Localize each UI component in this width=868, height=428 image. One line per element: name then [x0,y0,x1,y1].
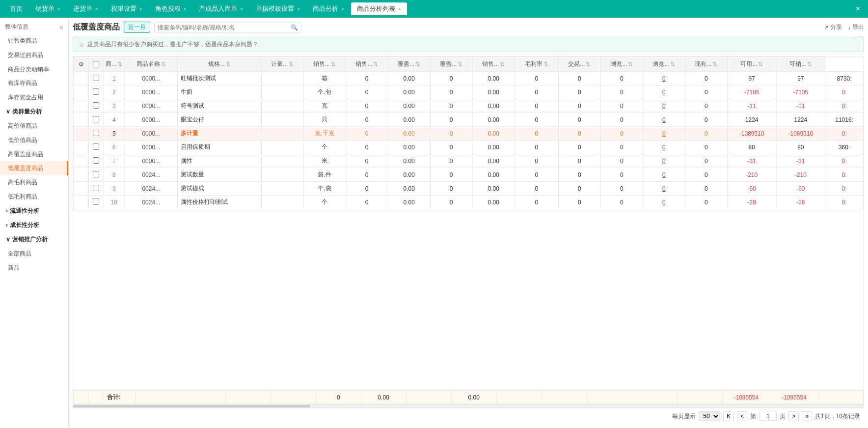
nav-templates-close[interactable]: × [297,6,300,12]
row-name[interactable]: 多计量 [178,127,261,141]
nav-purchase-close[interactable]: × [95,6,98,12]
row-name[interactable]: 旺铺批次测试 [178,72,261,86]
sidebar-collapse-btn[interactable]: « [59,23,63,31]
sidebar-item-low-coverage[interactable]: 低覆盖度商品 [0,161,68,175]
search-icon[interactable]: 🔍 [291,24,298,31]
sidebar-item-high-margin[interactable]: 高毛利商品 [0,175,68,190]
sidebar-item-sales-products[interactable]: 销售类商品 [0,34,68,48]
sidebar-group-coverage[interactable]: ∨ 类群量分析 [0,105,68,119]
nav-analysis-close[interactable]: × [341,6,344,12]
sidebar-item-high-coverage[interactable]: 高覆盖度商品 [0,147,68,162]
row-checkbox[interactable] [89,154,104,168]
nav-permissions[interactable]: 权限设置 × [105,2,148,15]
col-code[interactable]: 商...⇅ [104,57,125,72]
col-sales-qty[interactable]: 销售...⇅ [303,57,346,72]
row-browse1[interactable]: 0 [643,154,685,168]
nav-templates[interactable]: 单据模板设置 × [250,2,306,15]
next-page-btn[interactable]: > [788,411,799,421]
row-name[interactable]: 属性 [178,154,261,168]
first-page-btn[interactable]: K [723,411,734,421]
col-available[interactable]: 可用...⇅ [727,57,776,72]
col-transaction[interactable]: 交易...⇅ [558,57,600,72]
row-select-checkbox[interactable] [93,143,99,150]
nav-purchase[interactable]: 进货单 × [67,2,104,15]
page-input[interactable] [759,412,777,421]
row-checkbox[interactable] [89,99,104,113]
row-select-checkbox[interactable] [93,102,99,109]
window-close-btn[interactable]: × [852,2,864,15]
row-select-checkbox[interactable] [93,199,99,205]
row-browse1[interactable]: 0 [643,86,685,99]
row-browse1[interactable]: 0 [643,72,685,86]
col-settings[interactable]: ⚙ [74,57,89,72]
export-btn[interactable]: ↓ 导出 [848,23,864,31]
nav-analysis-list[interactable]: 商品分析列表 × [351,2,407,15]
nav-sales-close[interactable]: × [57,6,60,12]
col-unit[interactable]: 计量...⇅ [261,57,303,72]
sidebar-item-low-value[interactable]: 低价值商品 [0,133,68,147]
row-browse1[interactable]: 0 [643,127,685,141]
row-checkbox[interactable] [89,86,104,99]
row-name[interactable]: 测试提成 [178,182,261,196]
row-checkbox[interactable] [89,182,104,196]
prev-page-btn[interactable]: < [737,411,747,421]
nav-home[interactable]: 首页 [4,2,28,15]
row-checkbox[interactable] [89,72,104,86]
sidebar-item-stocked[interactable]: 有库存商品 [0,76,68,90]
row-select-checkbox[interactable] [93,88,99,95]
col-current[interactable]: 现有...⇅ [685,57,727,72]
sidebar-item-category-rate[interactable]: 商品分类动销率 [0,62,68,77]
sidebar-item-new-products[interactable]: 新品 [0,261,68,275]
row-select-checkbox[interactable] [93,130,99,136]
col-margin[interactable]: 毛利率⇅ [515,57,558,72]
sidebar-item-all-products[interactable]: 全部商品 [0,247,68,261]
table-container[interactable]: ⚙ 商...⇅ 商品名称⇅ 规格...⇅ 计量...⇅ 销售...⇅ 销售...… [73,56,864,390]
nav-roles[interactable]: 角色授权 × [149,2,192,15]
row-checkbox[interactable] [89,127,104,141]
nav-analysis[interactable]: 商品分析 × [307,2,350,15]
row-browse1[interactable]: 0 [643,141,685,154]
last-page-btn[interactable]: » [802,411,812,421]
row-select-checkbox[interactable] [93,75,99,81]
sidebar-item-traded[interactable]: 交易过的商品 [0,48,68,62]
sidebar-group-growth[interactable]: › 成长性分析 [0,218,68,232]
sidebar-header[interactable]: 整体信息 « [0,20,68,34]
col-browse2[interactable]: 浏览...⇅ [643,57,685,72]
col-name[interactable]: 商品名称⇅ [125,57,178,72]
row-select-checkbox[interactable] [93,185,99,191]
row-name[interactable]: 启用保质期 [178,141,261,154]
nav-products[interactable]: 产成品入库单 × [193,2,249,15]
search-input[interactable] [158,24,291,31]
row-browse1[interactable]: 0 [643,99,685,113]
row-browse1[interactable]: 0 [643,182,685,196]
select-all-checkbox[interactable] [93,61,99,67]
row-checkbox[interactable] [89,141,104,154]
row-checkbox[interactable] [89,168,104,182]
row-select-checkbox[interactable] [93,171,99,177]
nav-products-close[interactable]: × [240,6,243,12]
row-select-checkbox[interactable] [93,157,99,164]
row-name[interactable]: 测试数量 [178,168,261,182]
col-browse1[interactable]: 浏览...⇅ [600,57,643,72]
col-cov2[interactable]: 覆盖...⇅ [430,57,472,72]
period-btn[interactable]: 近一月 [124,22,150,33]
sidebar-group-flow[interactable]: › 流通性分析 [0,204,68,218]
nav-permissions-close[interactable]: × [139,6,142,12]
row-name[interactable]: 眼宝公仔 [178,113,261,127]
col-checkbox[interactable] [89,57,104,72]
per-page-select[interactable]: 50 [699,411,720,421]
col-sales-amt[interactable]: 销售...⇅ [346,57,388,72]
row-select-checkbox[interactable] [93,116,99,122]
nav-analysis-list-close[interactable]: × [398,6,401,12]
row-browse1[interactable]: 0 [643,196,685,209]
share-btn[interactable]: ↗ 分享 [824,23,842,31]
sidebar-item-inventory-fund[interactable]: 库存资金占用 [0,90,68,105]
sidebar-item-low-margin[interactable]: 低毛利商品 [0,190,68,204]
col-sellable[interactable]: 可销...⇅ [776,57,825,72]
row-name[interactable]: 符号测试 [178,99,261,113]
nav-roles-close[interactable]: × [184,6,187,12]
col-cov1[interactable]: 覆盖...⇅ [388,57,430,72]
nav-sales[interactable]: 销货单 × [29,2,66,15]
col-sales3[interactable]: 销售...⇅ [472,57,515,72]
col-spec[interactable]: 规格...⇅ [178,57,261,72]
